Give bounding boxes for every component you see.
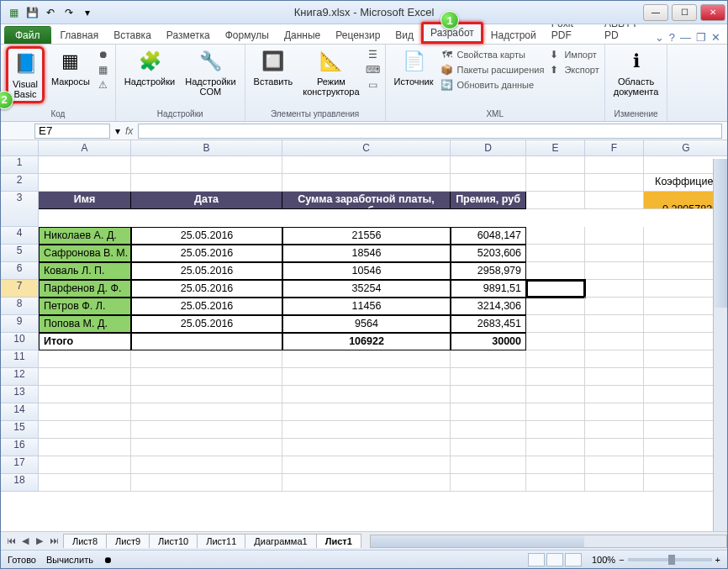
row-header[interactable]: 18: [1, 474, 39, 492]
row-header[interactable]: 15: [1, 421, 39, 439]
cell-salary[interactable]: 10546: [282, 262, 451, 280]
map-properties-button[interactable]: 🗺Свойства карты: [440, 48, 545, 61]
record-macro-button[interactable]: ⏺: [97, 48, 110, 61]
properties-button[interactable]: ☰: [367, 48, 380, 61]
cell[interactable]: [585, 368, 644, 386]
row-header[interactable]: 2: [1, 174, 39, 192]
cell[interactable]: [451, 174, 526, 192]
cell[interactable]: [526, 350, 585, 368]
zoom-slider-handle[interactable]: [668, 555, 675, 565]
select-all-corner[interactable]: [1, 140, 39, 156]
visual-basic-button[interactable]: 📘 Visual Basic 2: [6, 46, 45, 103]
cell-bonus[interactable]: 5203,606: [451, 245, 526, 262]
cell[interactable]: [39, 386, 131, 403]
cell[interactable]: [131, 386, 282, 403]
cell-name[interactable]: Коваль Л. П.: [39, 262, 131, 280]
cell[interactable]: [282, 421, 451, 439]
cell[interactable]: [131, 156, 282, 174]
row-header[interactable]: 17: [1, 456, 39, 474]
name-box[interactable]: [34, 124, 110, 139]
active-cell[interactable]: [526, 280, 585, 298]
col-header[interactable]: F: [585, 140, 644, 156]
zoom-slider[interactable]: [628, 558, 712, 561]
tab-data[interactable]: Данные: [277, 26, 328, 44]
sheet-nav-next-icon[interactable]: ▶: [33, 535, 46, 546]
col-header[interactable]: B: [131, 140, 282, 156]
cell-name[interactable]: Николаев А. Д.: [39, 227, 131, 245]
cell-name[interactable]: Петров Ф. Л.: [39, 298, 131, 315]
cell-bonus[interactable]: 6048,147: [451, 227, 526, 245]
row-header[interactable]: 16: [1, 439, 39, 456]
view-normal-button[interactable]: [528, 553, 545, 566]
cell-date[interactable]: 25.05.2016: [131, 262, 282, 280]
cell[interactable]: [585, 456, 644, 474]
cell[interactable]: [526, 403, 585, 421]
tab-file[interactable]: Файл: [4, 26, 51, 44]
formula-input[interactable]: [138, 124, 722, 139]
cell[interactable]: [451, 421, 526, 439]
cell[interactable]: [39, 456, 131, 474]
cell[interactable]: [282, 368, 451, 386]
cell[interactable]: [39, 474, 131, 492]
maximize-button[interactable]: ☐: [672, 4, 697, 21]
scrollbar-thumb[interactable]: [714, 159, 727, 308]
cell-date[interactable]: 25.05.2016: [131, 298, 282, 315]
qat-dropdown-icon[interactable]: ▾: [80, 5, 95, 20]
refresh-data-button[interactable]: 🔄Обновить данные: [440, 78, 545, 92]
header-name[interactable]: Имя: [39, 192, 131, 209]
cell[interactable]: [131, 421, 282, 439]
cell[interactable]: [585, 192, 644, 209]
cell-date[interactable]: 25.05.2016: [131, 280, 282, 298]
cell[interactable]: [585, 227, 644, 245]
cell[interactable]: [585, 174, 644, 192]
xml-source-button[interactable]: 📄 Источник: [391, 46, 437, 88]
cell[interactable]: [585, 350, 644, 368]
cell[interactable]: [526, 421, 585, 439]
cell[interactable]: [526, 368, 585, 386]
undo-button[interactable]: ↶: [43, 5, 58, 20]
cell[interactable]: [526, 245, 585, 262]
vertical-scrollbar[interactable]: [713, 159, 727, 531]
cell-salary[interactable]: 9564: [282, 315, 451, 333]
cell[interactable]: [585, 156, 644, 174]
tab-insert[interactable]: Вставка: [106, 26, 159, 44]
cell[interactable]: [282, 350, 451, 368]
cell[interactable]: [585, 298, 644, 315]
cell[interactable]: [282, 474, 451, 492]
cell[interactable]: [526, 174, 585, 192]
row-header[interactable]: 3: [1, 192, 39, 227]
cell[interactable]: [39, 421, 131, 439]
document-panel-button[interactable]: ℹ Область документа: [610, 46, 662, 98]
row-header[interactable]: 9: [1, 315, 39, 333]
cell[interactable]: [451, 386, 526, 403]
cell-bonus[interactable]: 3214,306: [451, 298, 526, 315]
macro-security-button[interactable]: ⚠: [97, 78, 110, 92]
cell[interactable]: [526, 192, 585, 209]
cell[interactable]: [131, 368, 282, 386]
cell[interactable]: [526, 333, 585, 350]
row-header[interactable]: 8: [1, 298, 39, 315]
sheet-tab[interactable]: Лист8: [63, 534, 107, 548]
cell[interactable]: [585, 333, 644, 350]
xml-import-button[interactable]: ⬇Импорт: [547, 48, 599, 61]
cell-total-label[interactable]: Итого: [39, 333, 131, 350]
cell-name[interactable]: Попова М. Д.: [39, 315, 131, 333]
cell[interactable]: [451, 368, 526, 386]
row-header[interactable]: 11: [1, 350, 39, 368]
sheet-nav-last-icon[interactable]: ⏭: [47, 535, 61, 546]
cell[interactable]: [451, 474, 526, 492]
cell[interactable]: [585, 421, 644, 439]
col-header[interactable]: G: [644, 140, 727, 156]
cell[interactable]: [39, 174, 131, 192]
cell[interactable]: [39, 368, 131, 386]
cell[interactable]: [585, 280, 644, 298]
cell[interactable]: [526, 315, 585, 333]
cell-salary[interactable]: 21556: [282, 227, 451, 245]
run-dialog-button[interactable]: ▭: [367, 78, 380, 92]
com-addins-button[interactable]: 🔧 Надстройки COM: [182, 46, 239, 98]
cell[interactable]: [131, 456, 282, 474]
cell[interactable]: [526, 474, 585, 492]
view-page-break-button[interactable]: [565, 553, 582, 566]
cell[interactable]: [131, 350, 282, 368]
sheet-tab-active[interactable]: Лист1: [316, 534, 361, 548]
